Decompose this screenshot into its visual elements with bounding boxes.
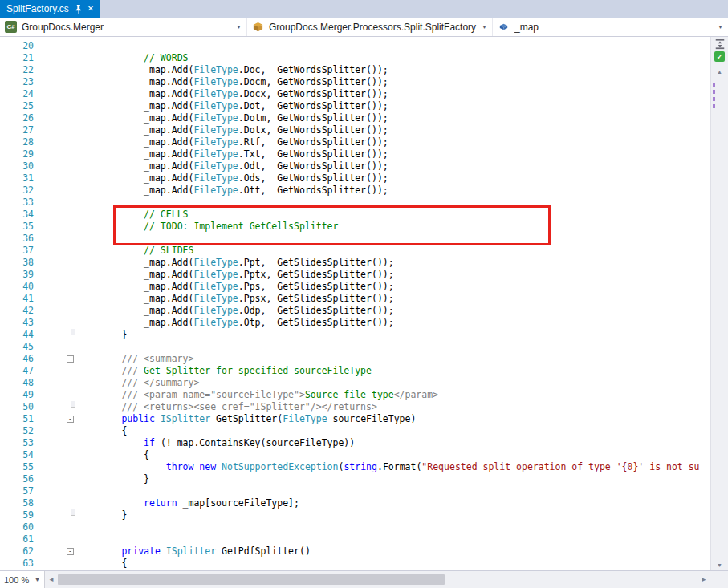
code-text: // TODO: Implement GetCellsSplitter (77, 221, 710, 233)
type-dropdown[interactable]: GroupDocs.Merger.Processors.Split.SplitF… (247, 18, 493, 36)
scroll-up-button[interactable]: ▲ (711, 69, 728, 75)
pin-icon[interactable] (75, 4, 82, 14)
code-text (77, 233, 710, 245)
line-number: 59 (0, 509, 34, 521)
class-icon (252, 21, 264, 33)
line-number: 52 (0, 425, 34, 437)
fold-gutter (34, 197, 77, 209)
project-dropdown[interactable]: C# GroupDocs.Merger ▼ (0, 18, 247, 36)
code-text: /// <param name="sourceFileType">Source … (77, 389, 710, 401)
code-line-41[interactable]: 41 _map.Add(FileType.Ppsx, GetSlidesSpli… (0, 293, 710, 305)
code-line-35[interactable]: 35 // TODO: Implement GetCellsSplitter (0, 221, 710, 233)
code-line-30[interactable]: 30 _map.Add(FileType.Odt, GetWordsSplitt… (0, 160, 710, 172)
line-number: 28 (0, 136, 34, 148)
code-line-49[interactable]: 49 /// <param name="sourceFileType">Sour… (0, 389, 710, 401)
code-line-29[interactable]: 29 _map.Add(FileType.Txt, GetWordsSplitt… (0, 148, 710, 160)
code-text: return _map[sourceFileType]; (77, 497, 710, 509)
horizontal-scrollbar-thumb[interactable] (58, 574, 445, 585)
code-line-28[interactable]: 28 _map.Add(FileType.Rtf, GetWordsSplitt… (0, 136, 710, 148)
code-line-38[interactable]: 38 _map.Add(FileType.Ppt, GetSlidesSplit… (0, 257, 710, 269)
code-line-55[interactable]: 55 throw new NotSupportedException(strin… (0, 461, 710, 473)
code-text: // CELLS (77, 209, 710, 221)
code-line-43[interactable]: 43 _map.Add(FileType.Otp, GetSlidesSplit… (0, 317, 710, 329)
code-line-26[interactable]: 26 _map.Add(FileType.Dotm, GetWordsSplit… (0, 112, 710, 124)
code-text (77, 341, 710, 353)
scroll-right-button[interactable]: ► (698, 571, 710, 588)
line-number: 57 (0, 485, 34, 497)
fold-gutter (34, 437, 77, 449)
code-line-24[interactable]: 24 _map.Add(FileType.Docx, GetWordsSplit… (0, 88, 710, 100)
fold-gutter (34, 365, 77, 377)
code-line-22[interactable]: 22 _map.Add(FileType.Doc, GetWordsSplitt… (0, 64, 710, 76)
code-line-32[interactable]: 32 _map.Add(FileType.Ott, GetWordsSplitt… (0, 185, 710, 197)
zoom-level: 100 % (4, 575, 29, 585)
code-line-52[interactable]: 52 { (0, 425, 710, 437)
fold-gutter (34, 305, 77, 317)
fold-gutter (34, 64, 77, 76)
code-text: } (77, 509, 710, 521)
code-line-42[interactable]: 42 _map.Add(FileType.Odp, GetSlidesSplit… (0, 305, 710, 317)
code-text: // WORDS (77, 52, 710, 64)
code-line-23[interactable]: 23 _map.Add(FileType.Docm, GetWordsSplit… (0, 76, 710, 88)
member-dropdown[interactable]: _map ▼ (493, 18, 728, 36)
close-icon[interactable]: ✕ (87, 5, 94, 13)
code-line-36[interactable]: 36 (0, 233, 710, 245)
line-number: 37 (0, 245, 34, 257)
code-lines[interactable]: 2021 // WORDS22 _map.Add(FileType.Doc, G… (0, 40, 710, 570)
code-line-34[interactable]: 34 // CELLS (0, 209, 710, 221)
code-line-31[interactable]: 31 _map.Add(FileType.Ods, GetWordsSplitt… (0, 172, 710, 185)
line-number: 29 (0, 148, 34, 160)
fold-toggle[interactable]: - (34, 353, 77, 365)
vertical-scrollbar[interactable]: ✓ ▲ ▼ (710, 37, 728, 570)
code-line-61[interactable]: 61 (0, 533, 710, 545)
code-line-56[interactable]: 56 } (0, 473, 710, 485)
code-line-44[interactable]: 44 } (0, 329, 710, 341)
fold-gutter (34, 281, 77, 293)
code-line-40[interactable]: 40 _map.Add(FileType.Pps, GetSlidesSplit… (0, 281, 710, 293)
code-line-60[interactable]: 60 (0, 521, 710, 533)
code-text: _map.Add(FileType.Rtf, GetWordsSplitter(… (77, 136, 710, 148)
code-line-48[interactable]: 48 /// </summary> (0, 377, 710, 389)
code-line-46[interactable]: 46- /// <summary> (0, 353, 710, 365)
code-editor[interactable]: 2021 // WORDS22 _map.Add(FileType.Doc, G… (0, 37, 728, 570)
line-number: 32 (0, 185, 34, 197)
code-text: } (77, 329, 710, 341)
code-line-20[interactable]: 20 (0, 40, 710, 52)
code-line-53[interactable]: 53 if (!_map.ContainsKey(sourceFileType)… (0, 437, 710, 449)
code-line-47[interactable]: 47 /// Get Splitter for specified source… (0, 365, 710, 377)
code-line-21[interactable]: 21 // WORDS (0, 52, 710, 64)
line-number: 53 (0, 437, 34, 449)
horizontal-scrollbar[interactable]: ◄ ► (46, 571, 710, 588)
code-line-25[interactable]: 25 _map.Add(FileType.Dot, GetWordsSplitt… (0, 100, 710, 112)
scrollbar-corner (710, 571, 728, 588)
code-line-51[interactable]: 51- public ISplitter GetSplitter(FileTyp… (0, 413, 710, 425)
line-number: 49 (0, 389, 34, 401)
code-line-33[interactable]: 33 (0, 197, 710, 209)
line-number: 33 (0, 197, 34, 209)
scroll-down-button[interactable]: ▼ (711, 562, 728, 568)
code-line-62[interactable]: 62- private ISplitter GetPdfSplitter() (0, 545, 710, 558)
code-line-45[interactable]: 45 (0, 341, 710, 353)
fold-gutter (34, 485, 77, 497)
code-line-57[interactable]: 57 (0, 485, 710, 497)
code-line-59[interactable]: 59 } (0, 509, 710, 521)
code-line-37[interactable]: 37 // SLIDES (0, 245, 710, 257)
scroll-left-button[interactable]: ◄ (46, 571, 57, 588)
code-line-50[interactable]: 50 /// <returns><see cref="ISplitter"/><… (0, 401, 710, 413)
tab-splitfactory[interactable]: SplitFactory.cs ✕ (0, 0, 100, 18)
code-text: throw new NotSupportedException(string.F… (77, 461, 710, 473)
fold-toggle[interactable]: - (34, 413, 77, 425)
fold-gutter (34, 317, 77, 329)
code-line-54[interactable]: 54 { (0, 449, 710, 461)
code-line-58[interactable]: 58 return _map[sourceFileType]; (0, 497, 710, 509)
fold-toggle[interactable]: - (34, 545, 77, 558)
zoom-control[interactable]: 100 % ▼ (0, 571, 45, 588)
code-line-63[interactable]: 63 { (0, 558, 710, 570)
code-text (77, 197, 710, 209)
code-line-39[interactable]: 39 _map.Add(FileType.Pptx, GetSlidesSpli… (0, 269, 710, 281)
code-text: { (77, 425, 710, 437)
type-dropdown-label: GroupDocs.Merger.Processors.Split.SplitF… (269, 22, 476, 33)
code-line-27[interactable]: 27 _map.Add(FileType.Dotx, GetWordsSplit… (0, 124, 710, 136)
line-number: 63 (0, 558, 34, 570)
fold-gutter (34, 449, 77, 461)
